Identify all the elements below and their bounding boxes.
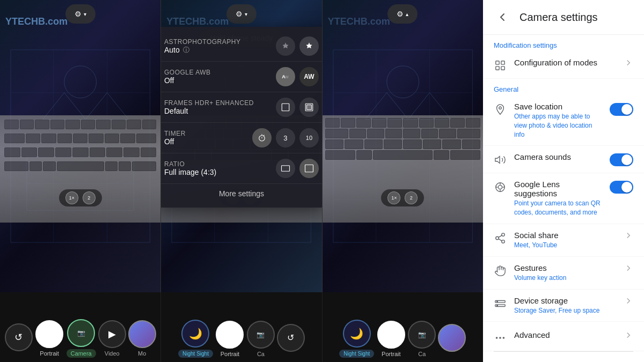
toggle-knob-3 bbox=[621, 182, 632, 193]
mode-item-3-4[interactable] bbox=[438, 324, 466, 354]
back-arrow-icon bbox=[496, 11, 509, 24]
mode-item-1-2[interactable]: Portrait bbox=[35, 320, 64, 357]
google-lens-toggle[interactable] bbox=[610, 181, 633, 194]
zoom-2x-1[interactable]: 2 bbox=[83, 191, 96, 204]
camera-view-3: YTECHB.com ⚙ bbox=[323, 0, 483, 292]
camera-bg-1: YTECHB.com bbox=[0, 0, 160, 292]
astro-enabled-icon[interactable] bbox=[299, 36, 319, 56]
mode-item-1-3[interactable]: 📷 Camera bbox=[67, 319, 96, 358]
advanced-content: Advanced bbox=[514, 330, 616, 339]
svg-point-59 bbox=[499, 337, 501, 339]
awb-on-icon[interactable]: AW bbox=[299, 67, 319, 86]
social-share-title: Social share bbox=[514, 231, 616, 240]
section-label-general: General bbox=[483, 79, 644, 95]
back-button[interactable] bbox=[494, 9, 511, 26]
mode-icon-white-3 bbox=[377, 321, 405, 349]
timer-row: Timer Off 3 10 bbox=[161, 123, 322, 153]
view3-controls: ⚙ ▴ bbox=[323, 4, 483, 24]
svg-rect-40 bbox=[501, 67, 504, 70]
ratio-full-icon[interactable] bbox=[299, 159, 319, 178]
timer-3-icon[interactable]: 3 bbox=[276, 128, 295, 147]
timer-off-icon[interactable] bbox=[252, 128, 272, 147]
ratio-4-3-icon[interactable] bbox=[276, 159, 295, 178]
device-storage-title: Device storage bbox=[514, 296, 616, 305]
chevron-right-icon-share bbox=[624, 231, 633, 240]
svg-rect-20 bbox=[282, 104, 289, 111]
gestures-item[interactable]: Gestures Volume key action bbox=[483, 257, 644, 290]
svg-line-25 bbox=[264, 135, 265, 136]
astro-help[interactable]: ⓘ bbox=[183, 46, 189, 55]
mode-item-1-4[interactable]: ▶ Video bbox=[98, 320, 126, 357]
frames-icon-1[interactable] bbox=[276, 98, 295, 117]
advanced-title: Advanced bbox=[514, 330, 616, 339]
google-lens-content: Google Lens suggestions Point your camer… bbox=[514, 180, 602, 217]
ratio-label: Ratio bbox=[164, 160, 216, 168]
camera-sounds-item[interactable]: Camera sounds bbox=[483, 146, 644, 173]
location-icon bbox=[494, 103, 507, 116]
svg-point-56 bbox=[497, 301, 498, 302]
mode-icon-refresh-2: ↺ bbox=[277, 324, 305, 352]
svg-rect-27 bbox=[281, 166, 289, 172]
mode-item-2-1[interactable]: 🌙 Night Sight bbox=[178, 320, 213, 358]
mode-label-camera-1: Camera bbox=[67, 349, 96, 358]
view3-gear-dropdown[interactable]: ⚙ ▴ bbox=[387, 4, 418, 24]
awb-label: GOOGLE AWB bbox=[164, 69, 211, 76]
chevron-right-icon-gestures bbox=[624, 263, 633, 273]
camera-sounds-content: Camera sounds bbox=[514, 152, 602, 161]
timer-10-icon[interactable]: 10 bbox=[299, 128, 319, 147]
mode-item-1-5[interactable]: Mo bbox=[128, 320, 156, 357]
timer-value: Off bbox=[164, 137, 186, 146]
mode-icon-white-2 bbox=[216, 321, 244, 349]
view2-gear-dropdown[interactable]: ⚙ ▾ bbox=[226, 4, 257, 24]
astro-icons bbox=[276, 36, 319, 56]
mode-bar-1: ↺ Portrait 📷 Camera ▶ Video bbox=[0, 292, 161, 362]
mode-item-2-4[interactable]: ↺ bbox=[277, 324, 305, 354]
zoom-1x-label-3: 1× bbox=[391, 195, 397, 201]
mode-item-1-1[interactable]: ↺ bbox=[5, 323, 33, 353]
awb-off-icon[interactable]: AW bbox=[276, 67, 295, 86]
save-location-item[interactable]: Save location Other apps may be able to … bbox=[483, 95, 644, 146]
camera-lens-icon bbox=[494, 181, 506, 193]
pin-icon bbox=[494, 104, 506, 115]
zoom-1x-3[interactable]: 1× bbox=[387, 191, 400, 204]
view1-gear-dropdown[interactable]: ⚙ ▾ bbox=[65, 4, 96, 24]
config-modes-item[interactable]: Configuration of modes bbox=[483, 51, 644, 79]
svg-rect-22 bbox=[306, 105, 311, 110]
gestures-sub: Volume key action bbox=[514, 274, 616, 283]
zoom-1x-1[interactable]: 1× bbox=[65, 191, 78, 204]
camera-bg-2: YTECHB.com ⚙ bbox=[161, 0, 321, 292]
mode-item-3-3[interactable]: 📷 Ca bbox=[408, 321, 436, 357]
config-modes-content: Configuration of modes bbox=[514, 58, 616, 67]
camera-sounds-toggle[interactable] bbox=[610, 153, 633, 166]
advanced-item[interactable]: Advanced bbox=[483, 324, 644, 351]
sound-icon bbox=[494, 153, 507, 166]
gear-icon-2: ⚙ bbox=[236, 10, 243, 18]
social-share-item[interactable]: Social share Meet, YouTube bbox=[483, 224, 644, 257]
camera-view-2: YTECHB.com ⚙ bbox=[161, 0, 322, 292]
mode-bars-container: ↺ Portrait 📷 Camera ▶ Video bbox=[0, 292, 483, 362]
zoom-2x-3[interactable]: 2 bbox=[405, 191, 418, 204]
dropdown-arrow-1: ▾ bbox=[84, 11, 86, 17]
zoom-2x-label-3: 2 bbox=[410, 195, 413, 201]
camera-bg-3: YTECHB.com ⚙ bbox=[323, 0, 483, 292]
mode-item-3-1[interactable]: 🌙 Night Sight bbox=[339, 320, 374, 358]
more-settings-button[interactable]: More settings bbox=[161, 184, 322, 203]
gesture-icon bbox=[494, 264, 507, 277]
ratio-left: Ratio Full image (4:3) bbox=[164, 160, 216, 176]
save-location-toggle[interactable] bbox=[610, 103, 633, 116]
google-lens-item[interactable]: Google Lens suggestions Point your camer… bbox=[483, 173, 644, 224]
mode-item-3-2[interactable]: Portrait bbox=[376, 321, 406, 357]
astro-disabled-icon[interactable] bbox=[276, 36, 295, 56]
device-storage-item[interactable]: Device storage Storage Saver, Free up sp… bbox=[483, 290, 644, 322]
svg-text:W: W bbox=[285, 75, 289, 79]
timer-icons: 3 10 bbox=[252, 128, 319, 147]
social-share-sub: Meet, YouTube bbox=[514, 241, 616, 250]
mode-item-2-2[interactable]: Portrait bbox=[215, 321, 245, 357]
toggle-knob-2 bbox=[621, 154, 632, 165]
section-label-modification: Modification settings bbox=[483, 35, 644, 51]
frames-icon-2[interactable] bbox=[299, 98, 319, 117]
mode-label-more-1: Mo bbox=[138, 350, 146, 357]
mode-item-2-3[interactable]: 📷 Ca bbox=[247, 321, 275, 357]
camera-section: YTECHB.com bbox=[0, 0, 483, 362]
ratio-icons bbox=[276, 159, 319, 178]
